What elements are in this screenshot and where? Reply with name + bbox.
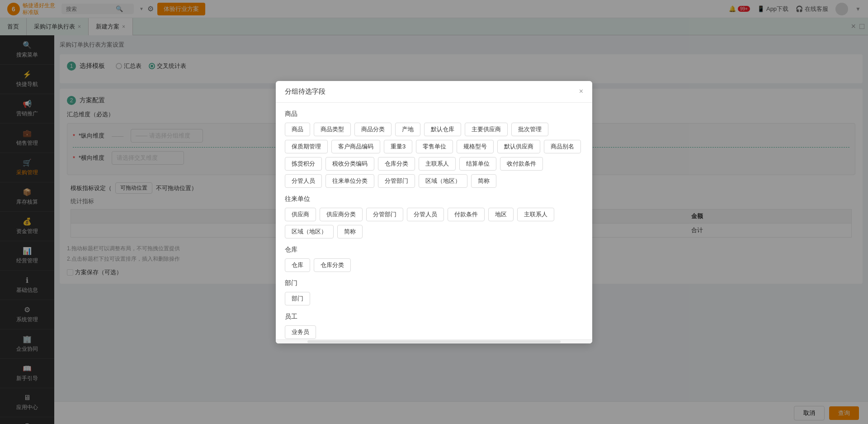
field-tag[interactable]: 分管部门 <box>366 208 403 221</box>
partner-field-tags: 供应商 供应商分类 分管部门 分管人员 付款条件 地区 主联系人 区域（地区） … <box>285 208 583 238</box>
dept-field-tags: 部门 <box>285 292 583 305</box>
field-tag[interactable]: 客户商品编码 <box>331 140 380 153</box>
field-tag[interactable]: 分管人员 <box>407 208 444 221</box>
field-tag[interactable]: 付款条件 <box>448 208 485 221</box>
field-tag[interactable]: 分管人员 <box>285 174 322 188</box>
category-dept-title: 部门 <box>285 279 583 287</box>
field-tag[interactable]: 地区 <box>488 208 514 221</box>
modal-overlay: 分组待选字段 × 商品 商品 商品类型 商品分类 产地 默认仓库 主要供应商 批… <box>0 0 868 424</box>
field-tag[interactable]: 仓库分类 <box>314 258 351 272</box>
category-partner: 往来单位 供应商 供应商分类 分管部门 分管人员 付款条件 地区 主联系人 区域… <box>285 195 583 238</box>
category-product: 商品 商品 商品类型 商品分类 产地 默认仓库 主要供应商 批次管理 保质期管理… <box>285 110 583 188</box>
field-tag[interactable]: 默认仓库 <box>424 123 461 136</box>
category-product-title: 商品 <box>285 110 583 118</box>
field-tag[interactable]: 往来单位分类 <box>326 174 374 188</box>
field-tag[interactable]: 分管部门 <box>378 174 415 188</box>
field-tag[interactable]: 规格型号 <box>457 140 494 153</box>
field-tag[interactable]: 批次管理 <box>511 123 548 136</box>
field-selection-modal: 分组待选字段 × 商品 商品 商品类型 商品分类 产地 默认仓库 主要供应商 批… <box>276 81 592 343</box>
field-tag[interactable]: 供应商分类 <box>320 208 363 221</box>
modal-header: 分组待选字段 × <box>276 81 592 103</box>
modal-horizontal-scrollbar[interactable] <box>276 339 592 343</box>
category-partner-title: 往来单位 <box>285 195 583 203</box>
field-tag[interactable]: 零售单位 <box>416 140 453 153</box>
modal-title: 分组待选字段 <box>285 87 326 96</box>
field-tag[interactable]: 商品 <box>285 123 310 136</box>
category-employee-title: 员工 <box>285 313 583 321</box>
modal-body: 商品 商品 商品类型 商品分类 产地 默认仓库 主要供应商 批次管理 保质期管理… <box>276 103 592 340</box>
field-tag[interactable]: 仓库 <box>285 258 310 272</box>
product-field-tags: 商品 商品类型 商品分类 产地 默认仓库 主要供应商 批次管理 保质期管理 客户… <box>285 123 583 188</box>
field-tag[interactable]: 商品类型 <box>314 123 351 136</box>
field-tag[interactable]: 主联系人 <box>517 208 554 221</box>
field-tag[interactable]: 收付款条件 <box>500 157 543 171</box>
field-tag[interactable]: 业务员 <box>285 325 316 339</box>
field-tag[interactable]: 主联系人 <box>419 157 456 171</box>
field-tag[interactable]: 主要供应商 <box>465 123 508 136</box>
field-tag[interactable]: 重量3 <box>384 140 412 153</box>
modal-close-btn[interactable]: × <box>579 87 583 95</box>
field-tag[interactable]: 保质期管理 <box>285 140 328 153</box>
field-tag[interactable]: 默认供应商 <box>497 140 540 153</box>
employee-field-tags: 业务员 <box>285 325 583 339</box>
field-tag[interactable]: 拣货积分 <box>285 157 322 171</box>
category-warehouse-title: 仓库 <box>285 246 583 254</box>
field-tag[interactable]: 产地 <box>395 123 420 136</box>
category-warehouse: 仓库 仓库 仓库分类 <box>285 246 583 272</box>
field-tag[interactable]: 商品别名 <box>544 140 581 153</box>
field-tag[interactable]: 部门 <box>285 292 310 305</box>
field-tag[interactable]: 税收分类编码 <box>326 157 374 171</box>
field-tag[interactable]: 仓库分类 <box>378 157 415 171</box>
warehouse-field-tags: 仓库 仓库分类 <box>285 258 583 272</box>
field-tag[interactable]: 商品分类 <box>354 123 392 136</box>
field-tag[interactable]: 区域（地区） <box>285 225 334 238</box>
field-tag[interactable]: 结算单位 <box>459 157 496 171</box>
field-tag[interactable]: 供应商 <box>285 208 316 221</box>
field-tag[interactable]: 区域（地区） <box>419 174 467 188</box>
category-employee: 员工 业务员 <box>285 313 583 339</box>
field-tag[interactable]: 简称 <box>471 174 496 188</box>
field-tag[interactable]: 简称 <box>337 225 363 238</box>
category-dept: 部门 部门 <box>285 279 583 305</box>
